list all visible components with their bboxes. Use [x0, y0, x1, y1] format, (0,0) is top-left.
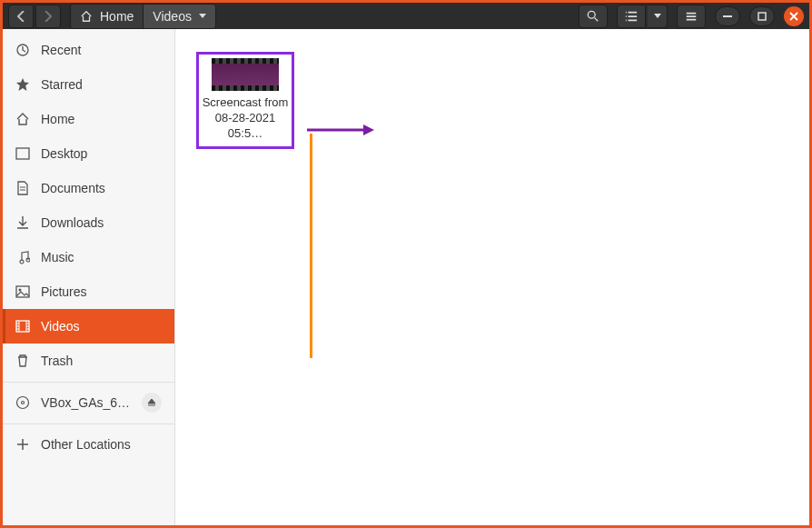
minimize-button[interactable]: [715, 6, 740, 26]
sidebar-item-recent[interactable]: Recent: [3, 33, 174, 67]
eject-button[interactable]: [142, 393, 162, 413]
breadcrumb-home[interactable]: Home: [71, 5, 144, 28]
sidebar-item-label: Starred: [41, 77, 162, 92]
home-icon: [80, 10, 93, 23]
view-options-button[interactable]: [648, 5, 668, 28]
search-button[interactable]: [579, 5, 608, 28]
svg-rect-5: [16, 148, 29, 159]
titlebar: Home Videos: [3, 0, 809, 29]
svg-point-9: [17, 396, 29, 408]
star-icon: [15, 77, 30, 92]
pictures-icon: [15, 284, 30, 299]
plus-icon: [15, 437, 30, 452]
sidebar-item-vbox[interactable]: VBox_GAs_6.…: [3, 382, 174, 420]
content-area[interactable]: Screencast from 08-28-2021 05:5…: [175, 29, 809, 525]
sidebar-item-label: Other Locations: [41, 437, 162, 452]
forward-button[interactable]: [35, 5, 61, 28]
annotation-arrow: [307, 125, 375, 135]
disc-icon: [15, 395, 30, 410]
hamburger-menu-button[interactable]: [677, 5, 706, 28]
annotation-line: [310, 134, 312, 358]
breadcrumb-label: Home: [100, 9, 134, 24]
trash-icon: [15, 354, 30, 368]
svg-rect-2: [723, 15, 732, 17]
recent-icon: [15, 43, 30, 57]
videos-icon: [15, 319, 30, 334]
sidebar-item-starred[interactable]: Starred: [3, 67, 174, 102]
list-view-button[interactable]: [617, 5, 646, 28]
sidebar: Recent Starred Home Desktop Documents Do…: [3, 29, 175, 525]
close-button[interactable]: [784, 6, 804, 26]
sidebar-item-label: VBox_GAs_6.…: [41, 395, 131, 410]
sidebar-item-videos[interactable]: Videos: [3, 309, 174, 344]
sidebar-item-label: Recent: [41, 43, 162, 57]
file-name: Screencast from 08-28-2021 05:5…: [201, 95, 290, 141]
back-button[interactable]: [8, 5, 34, 28]
svg-rect-6: [16, 286, 29, 297]
documents-icon: [15, 181, 30, 195]
sidebar-item-trash[interactable]: Trash: [3, 344, 174, 378]
sidebar-item-label: Music: [41, 250, 162, 264]
window-body: Recent Starred Home Desktop Documents Do…: [3, 29, 809, 525]
sidebar-item-desktop[interactable]: Desktop: [3, 136, 174, 171]
sidebar-item-documents[interactable]: Documents: [3, 171, 174, 205]
sidebar-item-label: Pictures: [41, 284, 162, 299]
breadcrumb-current[interactable]: Videos: [144, 5, 215, 28]
svg-point-7: [19, 289, 22, 292]
breadcrumb: Home Videos: [70, 4, 216, 29]
video-thumbnail: [212, 58, 279, 91]
svg-line-1: [595, 17, 599, 21]
chevron-down-icon: [199, 14, 206, 19]
sidebar-item-label: Desktop: [41, 146, 162, 161]
sidebar-item-other-locations[interactable]: Other Locations: [3, 423, 174, 462]
file-manager-window: Home Videos Recent Starred: [0, 0, 812, 528]
desktop-icon: [15, 146, 30, 161]
home-icon: [15, 112, 30, 126]
music-icon: [15, 250, 30, 264]
svg-point-0: [588, 11, 595, 18]
sidebar-item-downloads[interactable]: Downloads: [3, 205, 174, 240]
sidebar-item-label: Videos: [41, 319, 162, 334]
sidebar-item-label: Documents: [41, 181, 162, 195]
sidebar-item-label: Downloads: [41, 215, 162, 230]
sidebar-item-label: Home: [41, 112, 162, 126]
sidebar-item-music[interactable]: Music: [3, 240, 174, 274]
svg-point-10: [22, 401, 25, 403]
maximize-button[interactable]: [749, 6, 775, 26]
svg-rect-3: [758, 13, 766, 20]
breadcrumb-label: Videos: [153, 9, 192, 24]
sidebar-item-home[interactable]: Home: [3, 102, 174, 136]
sidebar-item-pictures[interactable]: Pictures: [3, 274, 174, 309]
sidebar-item-label: Trash: [41, 354, 162, 368]
downloads-icon: [15, 215, 30, 230]
file-item[interactable]: Screencast from 08-28-2021 05:5…: [196, 52, 294, 149]
